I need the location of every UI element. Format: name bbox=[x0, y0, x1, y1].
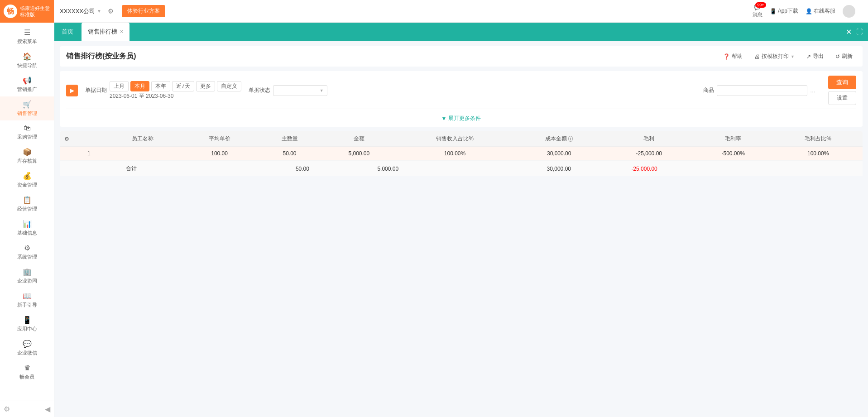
sidebar-item-quick[interactable]: 🏠 快捷导航 bbox=[0, 48, 54, 72]
print-btn[interactable]: 🖨 按模板打印 ▼ bbox=[751, 51, 798, 62]
collapse-icon[interactable]: ◀ bbox=[45, 405, 50, 413]
table-footer: 合计 50.00 5,000.00 30,000.00 -25,000.00 bbox=[60, 161, 863, 176]
goods-filter-label: 商品 bbox=[703, 86, 714, 94]
logo-icon: 畅 bbox=[4, 5, 17, 18]
tabbar-expand-btn[interactable]: ⛶ bbox=[856, 28, 863, 35]
trial-btn[interactable]: 体验行业方案 bbox=[122, 5, 165, 17]
settings-btn[interactable]: 设置 bbox=[828, 91, 856, 105]
td-profit-0: -25,000.00 bbox=[605, 147, 693, 161]
refresh-btn[interactable]: ↺ 刷新 bbox=[832, 51, 856, 62]
sidebar-item-vip[interactable]: ♛ 畅会员 bbox=[0, 360, 54, 384]
cost-info-icon: i bbox=[568, 136, 573, 142]
td-cost-amount-0: 30,000.00 bbox=[513, 147, 605, 161]
system-icon: ⚙ bbox=[24, 244, 30, 252]
table-row: 1 100.00 50.00 5,000.00 100.00% 30,000.0… bbox=[60, 147, 863, 161]
company-dropdown-icon: ▼ bbox=[97, 9, 101, 14]
tab-sales-ranking[interactable]: 销售排行榜 × bbox=[82, 23, 129, 41]
td-name-0 bbox=[104, 147, 181, 161]
date-btn-more[interactable]: 更多 bbox=[196, 81, 215, 91]
date-btn-last-month[interactable]: 上月 bbox=[110, 81, 129, 91]
sidebar-item-inventory[interactable]: 📦 库存核算 bbox=[0, 144, 54, 168]
sidebar-item-label-quick: 快捷导航 bbox=[17, 62, 37, 69]
tabbar-close-btn[interactable]: ✕ bbox=[846, 28, 852, 36]
query-settings-btns: 查询 设置 bbox=[828, 76, 856, 105]
guide-icon: 📖 bbox=[23, 292, 32, 300]
export-icon: ↗ bbox=[806, 53, 811, 60]
sidebar-item-label-inventory: 库存核算 bbox=[17, 158, 37, 164]
tabbar-right: ✕ ⛶ bbox=[846, 28, 868, 36]
date-btn-7days[interactable]: 近7天 bbox=[172, 81, 194, 91]
tab-home[interactable]: 首页 bbox=[54, 23, 81, 41]
tabbar: 首页 销售排行榜 × ✕ ⛶ bbox=[54, 23, 868, 41]
date-btn-this-month[interactable]: 本月 bbox=[130, 81, 149, 91]
app-icon: 📱 bbox=[770, 8, 777, 14]
td-avg-price-0: 100.00 bbox=[181, 147, 258, 161]
goods-input[interactable] bbox=[717, 85, 807, 96]
expand-more-btn[interactable]: ▼ 展开更多条件 bbox=[441, 115, 481, 122]
th-name: 员工名称 bbox=[104, 131, 181, 147]
print-icon: 🖨 bbox=[754, 53, 760, 60]
date-filter-block: 上月 本月 本年 近7天 更多 自定义 2023-06-01 至 2023-06… bbox=[110, 81, 241, 100]
th-profit-rate: 毛利率 bbox=[693, 131, 773, 147]
date-btn-this-year[interactable]: 本年 bbox=[151, 81, 170, 91]
footer-label: 合计 bbox=[89, 165, 174, 173]
sidebar-logo: 畅 畅康通好生意 标准版 bbox=[0, 0, 54, 23]
topbar-settings-icon[interactable]: ⚙ bbox=[108, 7, 114, 15]
company-name: XXXXXX公司 bbox=[60, 7, 95, 15]
status-select[interactable] bbox=[273, 85, 327, 96]
sidebar-item-wechat[interactable]: 💬 企业微信 bbox=[0, 336, 54, 360]
sidebar-item-system[interactable]: ⚙ 系统管理 bbox=[0, 240, 54, 264]
sidebar-item-label-system: 系统管理 bbox=[17, 254, 37, 260]
date-btn-custom[interactable]: 自定义 bbox=[217, 81, 241, 91]
online-service-btn[interactable]: 👤 在线客服 bbox=[806, 7, 835, 15]
app-download-btn[interactable]: 📱 App下载 bbox=[770, 7, 798, 15]
status-filter-label: 单据状态 bbox=[249, 86, 270, 94]
page-title: 销售排行榜(按业务员) bbox=[66, 52, 136, 61]
sidebar-item-search[interactable]: ☰ 搜索菜单 bbox=[0, 24, 54, 48]
sidebar-item-basic[interactable]: 📊 基础信息 bbox=[0, 216, 54, 240]
sidebar: 畅 畅康通好生意 标准版 ☰ 搜索菜单 🏠 快捷导航 📢 营销推广 🛒 销售管理… bbox=[0, 0, 54, 417]
sidebar-item-operations[interactable]: 📋 经营管理 bbox=[0, 192, 54, 216]
query-btn[interactable]: 查询 bbox=[828, 76, 856, 89]
th-sales-pct: 销售收入占比% bbox=[397, 131, 513, 147]
sidebar-item-label-purchase: 采购管理 bbox=[17, 134, 37, 140]
wechat-icon: 💬 bbox=[23, 340, 32, 348]
filter-expand-arrow[interactable]: ▶ bbox=[66, 85, 78, 96]
td-rank-0: 1 bbox=[74, 147, 104, 161]
sidebar-item-label-finance: 资金管理 bbox=[17, 182, 37, 188]
goods-ellipsis[interactable]: … bbox=[810, 87, 815, 94]
status-select-wrap bbox=[273, 85, 327, 96]
td-amount-0: 5,000.00 bbox=[321, 147, 397, 161]
vip-icon: ♛ bbox=[24, 364, 30, 372]
sales-icon: 🛒 bbox=[23, 100, 32, 109]
avatar[interactable] bbox=[843, 5, 855, 18]
sidebar-item-apps[interactable]: 📱 应用中心 bbox=[0, 312, 54, 336]
message-btn[interactable]: 💬 消息 99+ bbox=[753, 4, 762, 18]
sidebar-item-label-sales: 销售管理 bbox=[17, 110, 37, 117]
sidebar-footer: ⚙ ◀ bbox=[0, 401, 54, 417]
export-btn[interactable]: ↗ 导出 bbox=[803, 51, 827, 62]
sidebar-item-label-operations: 经营管理 bbox=[17, 206, 37, 212]
th-rank bbox=[74, 131, 104, 147]
date-filter: 单据日期 上月 本月 本年 近7天 更多 自定义 2023-06-01 至 20… bbox=[85, 81, 241, 100]
help-btn[interactable]: ❓ 帮助 bbox=[719, 51, 746, 62]
sidebar-item-finance[interactable]: 💰 资金管理 bbox=[0, 168, 54, 192]
service-icon: 👤 bbox=[806, 8, 812, 14]
date-range-text: 2023-06-01 至 2023-06-30 bbox=[110, 92, 241, 100]
date-filter-label: 单据日期 bbox=[85, 86, 107, 94]
sidebar-item-marketing[interactable]: 📢 营销推广 bbox=[0, 72, 54, 96]
purchase-icon: 🛍 bbox=[24, 124, 31, 132]
table-header-row: ⚙ 员工名称 平均单价 主数量 全额 销售收入占比% 成本全额 i 毛利 毛利率… bbox=[60, 131, 863, 147]
th-settings[interactable]: ⚙ bbox=[60, 131, 74, 147]
sidebar-item-guide[interactable]: 📖 新手引导 bbox=[0, 288, 54, 312]
company-selector[interactable]: XXXXXX公司 ▼ bbox=[60, 7, 101, 15]
settings-footer-icon[interactable]: ⚙ bbox=[4, 405, 10, 413]
filter-bar: ▶ 单据日期 上月 本月 本年 近7天 更多 自定义 20 bbox=[60, 71, 863, 127]
footer-main-qty: 50.00 bbox=[260, 166, 345, 172]
tab-close-icon[interactable]: × bbox=[120, 29, 123, 35]
sidebar-item-purchase[interactable]: 🛍 采购管理 bbox=[0, 120, 54, 144]
sidebar-nav: ☰ 搜索菜单 🏠 快捷导航 📢 营销推广 🛒 销售管理 🛍 采购管理 📦 库存核… bbox=[0, 23, 54, 401]
sidebar-item-enterprise[interactable]: 🏢 企业协同 bbox=[0, 264, 54, 288]
sidebar-item-sales[interactable]: 🛒 销售管理 bbox=[0, 96, 54, 120]
th-main-qty: 主数量 bbox=[258, 131, 321, 147]
